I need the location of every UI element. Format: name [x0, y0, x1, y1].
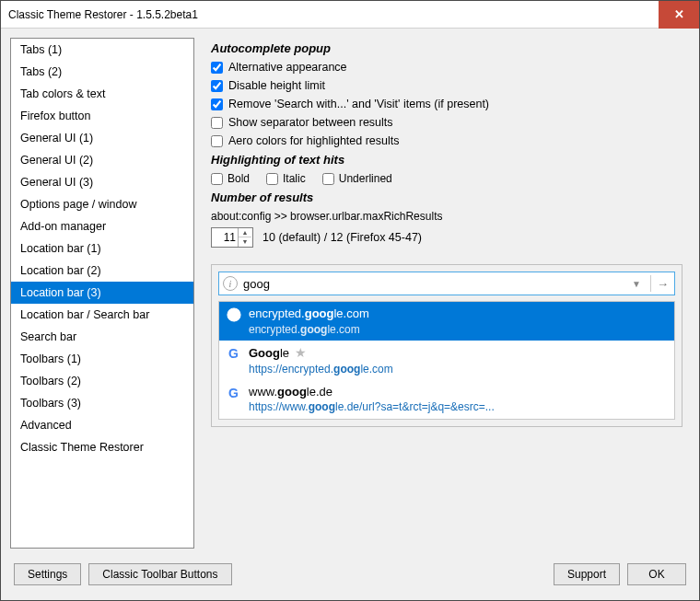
checkbox-remove-items[interactable] [211, 98, 223, 110]
content: Autocomplete popup Alternative appearanc… [204, 38, 690, 549]
autocomplete-item[interactable]: Gwww.google.dehttps://www.google.de/url?… [219, 380, 674, 419]
go-arrow-icon[interactable]: → [655, 277, 671, 291]
label-disable-height: Disable height limit [228, 79, 325, 92]
check-bold[interactable]: Bold [211, 172, 250, 185]
check-italic[interactable]: Italic [266, 172, 306, 185]
info-icon: i [223, 276, 238, 291]
sidebar-item[interactable]: Location bar (2) [11, 260, 193, 282]
label-remove-items: Remove 'Search with...' and 'Visit' item… [228, 98, 489, 110]
check-aero-colors[interactable]: Aero colors for highlighted results [211, 134, 682, 147]
numresults-row: ▲ ▼ 10 (default) / 12 (Firefox 45-47) [211, 227, 682, 248]
checkbox-aero-colors[interactable] [211, 135, 223, 147]
sidebar-item[interactable]: Tabs (1) [11, 39, 193, 61]
spinner-up-icon[interactable]: ▲ [239, 228, 251, 237]
section-highlighting-header: Highlighting of text hits [211, 153, 682, 167]
check-show-separator[interactable]: Show separator between results [211, 116, 682, 129]
sidebar-item[interactable]: General UI (2) [11, 149, 193, 171]
autocomplete-url: encrypted.google.com [249, 322, 369, 337]
autocomplete-item[interactable]: encrypted.google.comencrypted.google.com [219, 302, 674, 341]
autocomplete-item[interactable]: GGoogle★https://encrypted.google.com [219, 341, 674, 380]
sidebar[interactable]: Tabs (1)Tabs (2)Tab colors & textFirefox… [10, 38, 194, 549]
support-button[interactable]: Support [554, 563, 620, 585]
numresults-desc: about:config >> browser.urlbar.maxRichRe… [211, 210, 682, 223]
ok-button[interactable]: OK [627, 563, 686, 585]
sidebar-item[interactable]: Tabs (2) [11, 61, 193, 83]
sidebar-item[interactable]: Toolbars (3) [11, 392, 193, 414]
section-autocomplete-header: Autocomplete popup [211, 41, 682, 55]
sidebar-item[interactable]: Location bar / Search bar [11, 304, 193, 326]
sidebar-item[interactable]: General UI (3) [11, 171, 193, 193]
checkbox-italic[interactable] [266, 173, 278, 185]
label-aero-colors: Aero colors for highlighted results [228, 134, 400, 147]
checkbox-show-separator[interactable] [211, 117, 223, 129]
urlbar[interactable]: i ▼ → [218, 272, 675, 295]
sidebar-item[interactable]: General UI (1) [11, 127, 193, 149]
autocomplete-url: https://www.google.de/url?sa=t&rct=j&q=&… [249, 399, 495, 414]
svg-text:G: G [228, 386, 239, 400]
svg-text:G: G [228, 346, 239, 361]
close-icon: ✕ [674, 7, 684, 21]
autocomplete-text: Google★https://encrypted.google.com [249, 344, 393, 376]
autocomplete-text: encrypted.google.comencrypted.google.com [249, 306, 369, 337]
dropdown-icon[interactable]: ▼ [632, 279, 641, 289]
separator [650, 275, 651, 292]
footer: Settings Classic Toolbar Buttons Support… [1, 558, 699, 600]
autocomplete-title: www.google.de [249, 384, 495, 400]
autocomplete-text: www.google.dehttps://www.google.de/url?s… [249, 384, 495, 415]
checkbox-underlined[interactable] [322, 173, 334, 185]
close-button[interactable]: ✕ [659, 1, 699, 29]
section-numresults-header: Number of results [211, 191, 682, 204]
sidebar-item[interactable]: Add-on manager [11, 215, 193, 237]
label-alt-appearance: Alternative appearance [228, 61, 347, 74]
check-underlined[interactable]: Underlined [322, 172, 392, 185]
check-remove-items[interactable]: Remove 'Search with...' and 'Visit' item… [211, 98, 682, 110]
label-italic: Italic [283, 172, 306, 185]
sidebar-item[interactable]: Classic Theme Restorer [11, 436, 193, 458]
settings-button[interactable]: Settings [14, 563, 81, 585]
spinner-down-icon[interactable]: ▼ [239, 237, 251, 247]
window: Classic Theme Restorer - 1.5.5.2beta1 ✕ … [0, 0, 700, 601]
autocomplete-title: Google★ [249, 344, 393, 362]
spinner[interactable]: ▲ ▼ [238, 228, 251, 247]
sidebar-item[interactable]: Toolbars (2) [11, 370, 193, 392]
sidebar-item[interactable]: Advanced [11, 414, 193, 436]
google-icon: G [227, 346, 241, 361]
numresults-hint: 10 (default) / 12 (Firefox 45-47) [262, 231, 422, 244]
footer-right: Support OK [554, 563, 686, 585]
globe-icon [227, 307, 241, 322]
label-bold: Bold [228, 172, 250, 185]
checkbox-bold[interactable] [211, 173, 223, 185]
urlbar-input[interactable] [243, 277, 626, 291]
body: Tabs (1)Tabs (2)Tab colors & textFirefox… [1, 29, 699, 558]
checkbox-disable-height[interactable] [211, 80, 223, 92]
autocomplete-url: https://encrypted.google.com [249, 362, 393, 376]
checkbox-alt-appearance[interactable] [211, 62, 223, 74]
classic-toolbar-button[interactable]: Classic Toolbar Buttons [88, 563, 231, 585]
window-title: Classic Theme Restorer - 1.5.5.2beta1 [8, 8, 198, 21]
autocomplete-title: encrypted.google.com [249, 306, 369, 322]
autocomplete-popup: encrypted.google.comencrypted.google.com… [218, 301, 675, 420]
numresults-input[interactable] [212, 231, 238, 244]
google-icon: G [227, 386, 241, 400]
star-icon: ★ [295, 345, 307, 360]
footer-left: Settings Classic Toolbar Buttons [14, 563, 232, 585]
titlebar: Classic Theme Restorer - 1.5.5.2beta1 ✕ [1, 1, 699, 29]
sidebar-item[interactable]: Toolbars (1) [11, 348, 193, 370]
sidebar-item[interactable]: Options page / window [11, 193, 193, 215]
sidebar-item[interactable]: Location bar (1) [11, 237, 193, 260]
check-disable-height[interactable]: Disable height limit [211, 79, 682, 92]
sidebar-item[interactable]: Location bar (3) [11, 282, 193, 304]
sidebar-item[interactable]: Firefox button [11, 105, 193, 127]
preview-panel: i ▼ → encrypted.google.comencrypted.goog… [211, 264, 682, 427]
label-underlined: Underlined [339, 172, 392, 185]
highlighting-row: Bold Italic Underlined [211, 172, 682, 185]
numresults-spinbox[interactable]: ▲ ▼ [211, 227, 253, 248]
sidebar-item[interactable]: Tab colors & text [11, 83, 193, 105]
label-show-separator: Show separator between results [228, 116, 393, 129]
check-alt-appearance[interactable]: Alternative appearance [211, 61, 682, 74]
sidebar-item[interactable]: Search bar [11, 326, 193, 348]
